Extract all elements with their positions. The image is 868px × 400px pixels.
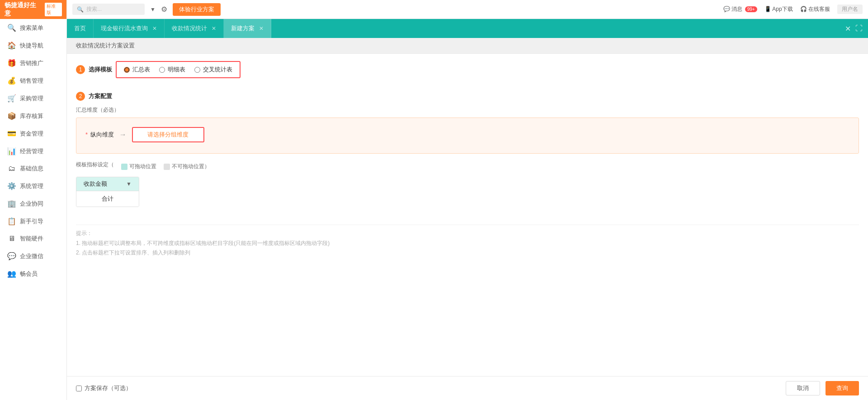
metric-hint: 可拖动位置 不可拖动位置）	[121, 163, 210, 170]
tab-home-label: 首页	[74, 24, 86, 33]
sidebar-item-inventory[interactable]: 📦 库存核算	[0, 107, 66, 125]
sidebar-item-purchase[interactable]: 🛒 采购管理	[0, 89, 66, 107]
section2-header: 2 方案配置	[76, 92, 859, 101]
chat-icon: 💬	[7, 252, 16, 260]
content-inner: 收款情况统计方案设置 1 选择模板 汇总表 明细表	[67, 38, 868, 376]
tab-bar-controls: ✕ ⛶	[840, 19, 868, 38]
sidebar-item-label: 系统管理	[20, 182, 43, 190]
tab-bank-flow[interactable]: 现金银行流水查询 ✕	[94, 19, 165, 38]
dimension-placeholder[interactable]: 请选择分组维度	[132, 127, 204, 142]
metric-table-cell: 合计	[76, 191, 139, 207]
sidebar-item-marketing[interactable]: 🎁 营销推广	[0, 54, 66, 72]
sidebar-item-hardware[interactable]: 🖥 智能硬件	[0, 230, 66, 247]
sidebar-item-label: 快捷导航	[20, 42, 43, 50]
msg-label: 消息	[731, 6, 742, 12]
footer-buttons: 取消 查询	[786, 381, 859, 395]
tab-new-plan-close[interactable]: ✕	[259, 25, 264, 32]
money-icon: 💰	[7, 76, 16, 85]
metric-table: 收款金额 ▼ 合计	[76, 177, 139, 207]
settings-icon[interactable]: ⚙	[161, 5, 167, 14]
draggable-indicator	[121, 164, 127, 170]
hint-fixed-label: 不可拖动位置）	[172, 163, 210, 170]
sidebar-item-quick-nav[interactable]: 🏠 快捷导航	[0, 37, 66, 54]
online-service-item[interactable]: 🎧 在线客服	[800, 5, 830, 13]
app-download-item[interactable]: 📱 App下载	[764, 5, 793, 13]
sidebar-item-label: 库存核算	[20, 112, 43, 120]
gear-icon: ⚙️	[7, 182, 16, 190]
sidebar: 畅捷通好生意 标准版 🔍 搜索菜单 🏠 快捷导航 🎁 营销推广 💰 销售管理 🛒…	[0, 0, 67, 400]
app-download-label: App下载	[772, 6, 793, 12]
sidebar-item-basic[interactable]: 🗂 基础信息	[0, 160, 66, 177]
sidebar-item-enterprise[interactable]: 🏢 企业协同	[0, 195, 66, 212]
radio-cross[interactable]: 交叉统计表	[194, 66, 232, 74]
online-service-label: 在线客服	[808, 6, 830, 12]
sidebar-item-wechat[interactable]: 💬 企业微信	[0, 247, 66, 265]
search-dropdown-icon[interactable]: ▼	[150, 6, 156, 13]
radio-detail-input[interactable]	[159, 67, 165, 73]
sidebar-item-label: 采购管理	[20, 94, 43, 103]
sidebar-item-guide[interactable]: 📋 新手引导	[0, 212, 66, 230]
building-icon: 🏢	[7, 199, 16, 208]
sidebar-item-sales[interactable]: 💰 销售管理	[0, 72, 66, 89]
tab-new-plan[interactable]: 新建方案 ✕	[224, 19, 271, 38]
step2-badge: 2	[76, 92, 85, 101]
radio-cross-label: 交叉统计表	[203, 66, 232, 74]
tips-section: 提示： 1. 拖动标题栏可以调整布局，不可跨维度或指标区域拖动栏目字段(只能在同…	[67, 229, 868, 258]
tab-close-all-icon[interactable]: ✕	[845, 24, 851, 33]
radio-summary-input[interactable]	[124, 67, 130, 73]
dimension-title: 汇总维度（必选）	[76, 106, 859, 114]
metric-dropdown-icon[interactable]: ▼	[126, 181, 132, 187]
tab-payment-stats-close[interactable]: ✕	[212, 25, 216, 32]
monitor-icon: 🖥	[7, 235, 16, 243]
section1-title: 选择模板	[89, 66, 112, 74]
folder-icon: 🗂	[7, 165, 16, 173]
save-checkbox-input[interactable]	[76, 386, 82, 391]
card-icon: 💳	[7, 129, 16, 138]
section-divider	[76, 225, 859, 225]
tab-payment-stats-label: 收款情况统计	[172, 24, 207, 33]
sidebar-item-label: 资金管理	[20, 130, 43, 138]
radio-detail[interactable]: 明细表	[159, 66, 185, 74]
search-bar[interactable]: 🔍 搜索...	[72, 4, 145, 15]
logo-text: 畅捷通好生意	[5, 1, 42, 18]
section1-header: 1 选择模板 汇总表 明细表 交叉统计表	[76, 61, 859, 78]
sidebar-item-member[interactable]: 👥 畅会员	[0, 265, 66, 282]
metric-table-header[interactable]: 收款金额 ▼	[76, 177, 139, 191]
sidebar-item-finance[interactable]: 💳 资金管理	[0, 125, 66, 142]
tab-bank-flow-label: 现金银行流水查询	[101, 24, 148, 33]
radio-detail-label: 明细表	[168, 66, 185, 74]
dimension-area: * 纵向维度 → 请选择分组维度	[76, 118, 859, 154]
tab-expand-icon[interactable]: ⛶	[855, 24, 863, 33]
industry-btn[interactable]: 体验行业方案	[173, 3, 221, 16]
sidebar-item-search-menu[interactable]: 🔍 搜索菜单	[0, 19, 66, 37]
arrow-icon: →	[119, 131, 127, 139]
query-button[interactable]: 查询	[826, 381, 859, 395]
sidebar-item-label: 企业协同	[20, 200, 43, 208]
sidebar-item-operation[interactable]: 📊 经营管理	[0, 142, 66, 160]
sidebar-item-label: 销售管理	[20, 77, 43, 85]
save-plan-checkbox[interactable]: 方案保存（可选）	[76, 384, 132, 392]
radio-summary[interactable]: 汇总表	[124, 66, 150, 74]
vertical-dim-label: * 纵向维度	[85, 131, 114, 139]
cancel-button[interactable]: 取消	[786, 381, 820, 395]
tab-new-plan-label: 新建方案	[231, 24, 255, 33]
guide-icon: 📋	[7, 217, 16, 226]
metric-section: 模板指标设定（ 可拖动位置 不可拖动位置）	[76, 161, 859, 214]
username-display[interactable]: 用户名	[837, 5, 863, 14]
main-area: 🔍 搜索... ▼ ⚙ 体验行业方案 💬 消息 99+ 📱 App下载 🎧 在线…	[67, 0, 868, 400]
sidebar-logo: 畅捷通好生意 标准版	[0, 0, 66, 19]
page-content: 收款情况统计方案设置 1 选择模板 汇总表 明细表	[67, 38, 868, 376]
search-menu-icon: 🔍	[7, 24, 16, 32]
tab-home[interactable]: 首页	[67, 19, 94, 38]
msg-badge: 99+	[745, 6, 757, 12]
home-icon: 🏠	[7, 41, 16, 50]
message-item[interactable]: 💬 消息 99+	[723, 5, 757, 13]
section-template: 1 选择模板 汇总表 明细表 交叉统计表	[67, 54, 868, 92]
sidebar-item-label: 智能硬件	[20, 235, 43, 243]
sidebar-item-label: 搜索菜单	[20, 24, 43, 32]
sidebar-item-system[interactable]: ⚙️ 系统管理	[0, 177, 66, 195]
radio-cross-input[interactable]	[194, 67, 200, 73]
tab-payment-stats[interactable]: 收款情况统计 ✕	[165, 19, 224, 38]
sidebar-item-label: 新手引导	[20, 217, 43, 226]
tab-bank-flow-close[interactable]: ✕	[152, 25, 157, 32]
